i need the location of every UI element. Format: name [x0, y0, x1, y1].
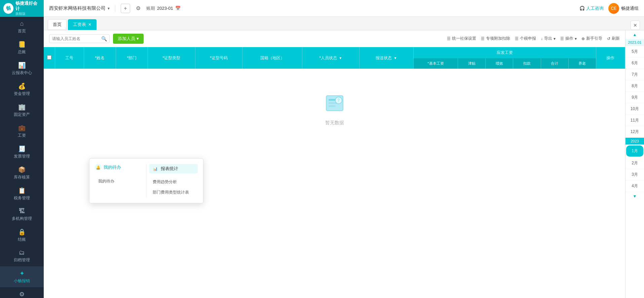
sidebar-item-archive[interactable]: 🗂 归档管理	[0, 246, 44, 266]
tax-icon: ☰	[515, 36, 519, 41]
operations-button[interactable]: ☰ 操作 ▾	[560, 36, 577, 41]
popup-vertical-divider	[146, 164, 147, 198]
support-label: 人工咨询	[586, 5, 604, 11]
sidebar-item-basic[interactable]: ⚙ 基础设置	[0, 287, 44, 298]
col-salary-group: 应发工资	[413, 47, 596, 58]
add-person-arrow-icon: ▾	[137, 36, 139, 41]
app-logo[interactable]: 畅 畅捷通好会计 旗舰版	[0, 0, 44, 17]
ledger-icon: 📒	[18, 41, 26, 48]
month-item-dec[interactable]: 12月	[626, 126, 644, 138]
col-performance: 绩效	[486, 58, 513, 69]
user-menu[interactable]: CE 畅捷通组	[608, 3, 639, 14]
sidebar-item-ledger[interactable]: 📒 总账	[0, 37, 44, 58]
toolbar: 🔍 添加人员 ▾ ☰ 统一社保设置 ☰ 专项附加扣除	[44, 30, 625, 47]
col-status-label: *人员状态	[319, 56, 337, 60]
month-nav-down[interactable]: ▼	[626, 192, 644, 201]
sidebar: 畅 畅捷通好会计 旗舰版 ⌂ 首页 📒 总账 📊 云报表中心 💰 资金管理 🏢 …	[0, 0, 44, 298]
popup-right: 📊 报表统计 费用趋势分析 部门费用类型统计表	[149, 164, 198, 198]
add-person-button[interactable]: 添加人员 ▾	[113, 34, 144, 44]
month-item-jun[interactable]: 6月	[626, 58, 644, 69]
company-selector[interactable]: 西安虾米网络科技有限公司 ▾	[49, 5, 110, 11]
export-button[interactable]: ↓ 导出 ▾	[541, 36, 556, 41]
empty-message: 暂无数据	[325, 120, 344, 126]
month-nav-up[interactable]: ▲	[626, 30, 644, 39]
sidebar-item-label: 首页	[18, 28, 26, 34]
month-item-oct[interactable]: 10月	[626, 103, 644, 115]
popup-pending-title: 我的待办	[104, 164, 121, 170]
tax-icon: 📋	[18, 187, 26, 194]
new-guide-button[interactable]: ⊕ 新手引导	[581, 36, 602, 41]
tab-salary-label: 工资表	[73, 22, 86, 28]
tab-home[interactable]: 首页	[48, 19, 67, 30]
col-total: 合计	[541, 58, 568, 69]
select-all-header[interactable]	[44, 47, 55, 69]
sidebar-item-funds[interactable]: 💰 资金管理	[0, 79, 44, 100]
popup-menu: 🔔 我的待办 我的待办 📊 报表统计 费用趋势分析 部门费用类型统计表	[89, 158, 203, 203]
month-item-sep[interactable]: 9月	[626, 92, 644, 103]
col-id-type: *证型类型	[148, 47, 195, 69]
sidebar-item-reports[interactable]: 📊 云报表中心	[0, 58, 44, 79]
month-item-feb[interactable]: 2月	[626, 158, 644, 169]
month-item-mar[interactable]: 3月	[626, 169, 644, 180]
tab-salary-table[interactable]: 工资表 ✕	[68, 19, 97, 30]
company-arrow-icon: ▾	[108, 6, 110, 11]
calendar-icon[interactable]: 📅	[175, 6, 181, 11]
sidebar-item-invoice[interactable]: 🧾 发票管理	[0, 142, 44, 163]
headset-icon: 🎧	[579, 6, 585, 11]
popup-item-dept-stats[interactable]: 部门费用类型统计表	[149, 187, 198, 198]
sidebar-item-assets[interactable]: 🏢 固定资产	[0, 100, 44, 121]
month-item-may[interactable]: 5月	[626, 46, 644, 58]
sidebar-item-label: 库存核算	[14, 174, 30, 180]
closing-icon: 🔒	[18, 228, 26, 236]
tab-close-button[interactable]: ✕	[631, 21, 640, 30]
settings-icon[interactable]: ⚙	[134, 4, 143, 13]
popup-item-pending[interactable]: 我的待办	[95, 176, 144, 187]
content-area: 🔍 添加人员 ▾ ☰ 统一社保设置 ☰ 专项附加扣除	[44, 30, 625, 298]
tab-close-icon[interactable]: ✕	[88, 22, 91, 27]
popup-section-title-reports: 📊 报表统计	[149, 164, 198, 173]
col-dept: *部门	[116, 47, 148, 69]
social-insurance-button[interactable]: ☰ 统一社保设置	[447, 36, 476, 41]
svg-text:?: ?	[337, 98, 340, 103]
col-country: 国籍（地区）	[242, 47, 302, 69]
sidebar-item-xiaochang[interactable]: ✦ 小畅报销	[0, 266, 44, 287]
month-item-apr[interactable]: 4月	[626, 180, 644, 192]
ops-icon: ☰	[560, 36, 564, 41]
month-item-nov[interactable]: 11月	[626, 115, 644, 126]
period-selector[interactable]: 账期 2023-01 📅	[146, 5, 181, 11]
sidebar-item-home[interactable]: ⌂ 首页	[0, 17, 44, 37]
status-filter-icon[interactable]: ▼	[339, 56, 342, 60]
sidebar-item-salary[interactable]: 💼 工资	[0, 121, 44, 142]
sidebar-item-label: 资金管理	[14, 91, 30, 97]
tax-return-button[interactable]: ☰ 个税申报	[515, 36, 536, 41]
search-box[interactable]: 🔍	[49, 34, 110, 43]
sidebar-item-closing[interactable]: 🔒 结账	[0, 225, 44, 246]
col-report-status[interactable]: 报送状态 ▼	[359, 47, 413, 69]
col-status[interactable]: *人员状态 ▼	[302, 47, 359, 69]
popup-item-trend[interactable]: 费用趋势分析	[149, 177, 198, 187]
search-input[interactable]	[52, 36, 99, 41]
month-item-jan[interactable]: 1月	[626, 145, 643, 157]
special-deduction-button[interactable]: ☰ 专项附加扣除	[481, 36, 510, 41]
logo-text-group: 畅捷通好会计 旗舰版	[15, 1, 40, 16]
add-company-button[interactable]: +	[121, 4, 130, 13]
sidebar-item-tax[interactable]: 📋 税务管理	[0, 184, 44, 204]
tax-label: 个税申报	[520, 36, 536, 41]
sidebar-item-multi[interactable]: 🏗 多机构管理	[0, 204, 44, 225]
refresh-button[interactable]: ↺ 刷新	[607, 36, 620, 41]
period-value: 2023-01	[157, 6, 173, 11]
main-area: 西安虾米网络科技有限公司 ▾ + ⚙ 账期 2023-01 📅 🎧 人工咨询 C…	[44, 0, 644, 298]
refresh-icon: ↺	[607, 36, 610, 41]
select-all-checkbox[interactable]	[47, 55, 51, 60]
report-filter-icon[interactable]: ▼	[394, 56, 397, 60]
support-button[interactable]: 🎧 人工咨询	[579, 5, 604, 11]
month-item-jul[interactable]: 7月	[626, 69, 644, 80]
sidebar-item-inventory[interactable]: 📦 库存核算	[0, 163, 44, 184]
salary-table: 工号 *姓名 *部门 *证型类型 *证型号码 国籍（地区） *人员状态 ▼	[44, 47, 625, 69]
month-item-aug[interactable]: 8月	[626, 80, 644, 92]
logo-subtitle: 旗舰版	[15, 11, 40, 16]
user-initials: CE	[611, 6, 617, 11]
xiaochang-icon: ✦	[20, 270, 25, 277]
topbar-divider-1	[115, 5, 115, 12]
guide-label: 新手引导	[586, 36, 602, 41]
